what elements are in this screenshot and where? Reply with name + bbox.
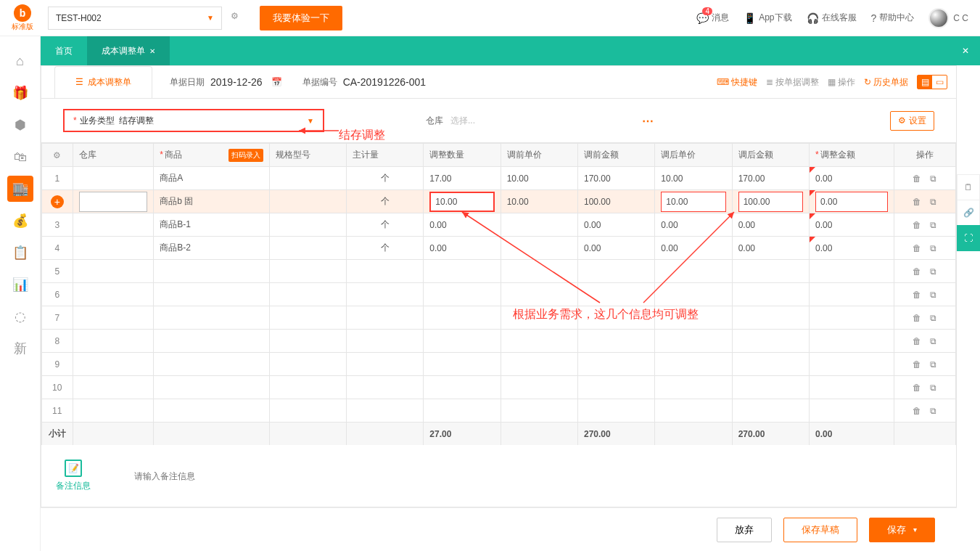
add-row-icon[interactable]: + — [51, 195, 64, 208]
copy-icon[interactable]: ⧉ — [930, 359, 936, 370]
company-selector[interactable]: TEST-H002 ▼ — [48, 7, 222, 30]
operation-action[interactable]: ▦操作 — [828, 76, 855, 89]
chevron-down-icon: ▼ — [307, 117, 314, 125]
copy-icon[interactable]: ⧉ — [930, 197, 936, 207]
expand-icon[interactable]: ⛶ — [957, 225, 980, 251]
by-order-action[interactable]: ≣按单据调整 — [766, 76, 819, 89]
cell-adj-amount — [809, 306, 894, 330]
service-label: 在线客服 — [822, 12, 857, 24]
table-row[interactable]: 8🗑⧉ — [42, 330, 956, 353]
cell-unit: 个 — [346, 237, 423, 260]
post-amount-input[interactable]: 100.00 — [738, 192, 803, 212]
try-button[interactable]: 我要体验一下 — [260, 6, 342, 30]
settings-icon[interactable]: ⚙ — [231, 11, 245, 25]
cell-unit — [346, 283, 423, 306]
delete-icon[interactable]: 🗑 — [913, 174, 921, 184]
business-type-select[interactable]: *业务类型 结存调整 ▼ — [63, 109, 324, 132]
delete-icon[interactable]: 🗑 — [913, 336, 921, 346]
user-name: C C — [953, 13, 968, 23]
delete-icon[interactable]: 🗑 — [913, 290, 921, 300]
cell-adj-amount: 0.00 — [809, 167, 894, 190]
cell-spec — [269, 376, 346, 399]
save-draft-button[interactable]: 保存草稿 — [783, 518, 857, 542]
cell-adj-amount — [809, 399, 894, 423]
remarks-input[interactable] — [134, 471, 942, 481]
copy-icon[interactable]: ⧉ — [930, 220, 936, 230]
user-menu[interactable]: C C — [928, 8, 968, 28]
delete-icon[interactable]: 🗑 — [913, 359, 921, 370]
cell-adj-qty — [424, 376, 501, 399]
nav-circle-icon[interactable]: ◌ — [7, 303, 33, 330]
adj-amount-input[interactable]: 0.00 — [815, 192, 888, 212]
shortcut-action[interactable]: ⌨快捷键 — [717, 76, 757, 89]
delete-icon[interactable]: 🗑 — [913, 406, 921, 416]
copy-icon[interactable]: ⧉ — [930, 336, 936, 346]
nav-house-icon[interactable]: ⬢ — [7, 112, 33, 138]
delete-icon[interactable]: 🗑 — [913, 313, 921, 323]
help-link[interactable]: ? 帮助中心 — [871, 12, 915, 24]
tab-cost-adjust[interactable]: 成本调整单 ✕ — [87, 36, 170, 65]
nav-home-icon[interactable]: ⌂ — [7, 48, 33, 74]
doc-tab[interactable]: ☰ 成本调整单 — [54, 66, 152, 98]
history-action[interactable]: ↻历史单据 — [864, 76, 908, 89]
nav-clipboard-icon[interactable]: 📋 — [7, 240, 33, 266]
row-number: 7 — [42, 306, 73, 330]
table-row[interactable]: 11🗑⧉ — [42, 399, 956, 423]
more-icon[interactable]: ⋯ — [642, 114, 654, 128]
note-icon[interactable]: 🗒 — [957, 174, 980, 200]
top-header: b 标准版 TEST-H002 ▼ ⚙ 我要体验一下 💬 消息 4 📱 App下… — [0, 0, 980, 36]
copy-icon[interactable]: ⧉ — [930, 174, 936, 184]
calendar-icon[interactable]: 📅 — [271, 77, 282, 87]
nav-bag-icon[interactable]: 🛍 — [7, 144, 33, 170]
cell-unit — [346, 353, 423, 376]
copy-icon[interactable]: ⧉ — [930, 290, 936, 300]
copy-icon[interactable]: ⧉ — [930, 243, 936, 253]
messages-link[interactable]: 💬 消息 4 — [696, 12, 729, 24]
close-all-tabs[interactable]: ✕ — [951, 36, 980, 65]
link-icon[interactable]: 🔗 — [957, 200, 980, 226]
total-post-amount: 270.00 — [732, 423, 809, 446]
nav-new-icon[interactable]: 新 — [7, 335, 33, 362]
scan-button[interactable]: 扫码录入 — [228, 149, 263, 162]
nav-money-icon[interactable]: 💰 — [7, 208, 33, 234]
nav-report-icon[interactable]: 📊 — [7, 272, 33, 298]
view-list-icon[interactable]: ▭ — [932, 75, 947, 89]
save-button[interactable]: 保存▾ — [869, 518, 935, 542]
cell-unit — [346, 376, 423, 399]
discard-button[interactable]: 放弃 — [717, 518, 772, 542]
main-content: ☰ 成本调整单 单据日期 2019-12-26 📅 单据编号 CA-201912… — [41, 65, 957, 551]
delete-icon[interactable]: 🗑 — [913, 266, 921, 277]
tab-home[interactable]: 首页 — [41, 36, 87, 65]
close-icon[interactable]: ✕ — [149, 47, 155, 55]
warehouse-select[interactable]: 选择... — [450, 115, 475, 127]
nav-gift-icon[interactable]: 🎁 — [7, 80, 33, 106]
date-value[interactable]: 2019-12-26 — [210, 76, 263, 88]
cell-spec — [269, 260, 346, 283]
copy-icon[interactable]: ⧉ — [930, 313, 936, 323]
col-settings[interactable]: ⚙ — [42, 144, 73, 167]
delete-icon[interactable]: 🗑 — [913, 383, 921, 393]
view-toggle[interactable]: ▤ ▭ — [917, 75, 947, 89]
cell-warehouse — [73, 167, 154, 190]
col-warehouse: 仓库 — [73, 144, 154, 167]
table-row[interactable]: 1商品A个17.0010.00170.0010.00170.000.00🗑⧉ — [42, 167, 956, 190]
biz-type-value: 结存调整 — [119, 115, 154, 126]
col-post-price: 调后单价 — [655, 144, 732, 167]
app-download-link[interactable]: 📱 App下载 — [744, 12, 791, 24]
settings-button[interactable]: ⚙ 设置 — [890, 111, 934, 131]
delete-icon[interactable]: 🗑 — [913, 197, 921, 207]
copy-icon[interactable]: ⧉ — [930, 383, 936, 393]
cell-warehouse — [73, 353, 154, 376]
copy-icon[interactable]: ⧉ — [930, 406, 936, 416]
col-pre-price: 调前单价 — [501, 144, 577, 167]
view-grid-icon[interactable]: ▤ — [918, 75, 932, 89]
nav-warehouse-icon[interactable]: 🏬 — [7, 176, 33, 202]
table-row[interactable]: 9🗑⧉ — [42, 353, 956, 376]
row-number: 4 — [42, 237, 73, 260]
delete-icon[interactable]: 🗑 — [913, 220, 921, 230]
delete-icon[interactable]: 🗑 — [913, 243, 921, 253]
warehouse-input[interactable] — [79, 192, 148, 212]
table-row[interactable]: 10🗑⧉ — [42, 376, 956, 399]
copy-icon[interactable]: ⧉ — [930, 266, 936, 277]
service-link[interactable]: 🎧 在线客服 — [807, 12, 857, 24]
